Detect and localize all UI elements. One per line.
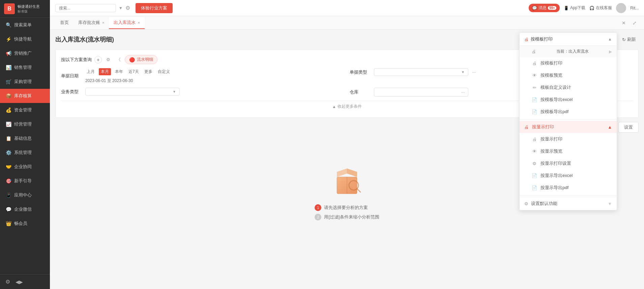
warehouse-more-btn[interactable]: ··· (461, 90, 465, 95)
sidebar-item-operations[interactable]: 📈 经营管理 (0, 117, 50, 131)
print-panel-up-arrow[interactable]: ▲ (608, 37, 612, 42)
print-panel-template-export-pdf[interactable]: 📄 按模板导出pdf (520, 106, 617, 118)
print-panel-display-export-excel[interactable]: 📄 按显示导出excel (520, 169, 617, 182)
filter-settings-btn[interactable]: ⚙ (105, 56, 112, 63)
filter-active-tag: 🔴 流水明细 (125, 55, 157, 64)
sidebar-item-search[interactable]: 🔍 搜索菜单 (0, 18, 50, 32)
sidebar: B 畅捷通好生意 标准版 🔍 搜索菜单 ⚡ 快捷导航 📢 营销推广 📊 销售管理 (0, 0, 50, 289)
current-item-icon: 🖨 (532, 49, 536, 54)
refresh-btn[interactable]: ↻ 刷新 (619, 35, 639, 44)
sidebar-item-inventory[interactable]: 📦 库存核算 (0, 89, 50, 103)
chevron-up-icon: ▲ (332, 104, 336, 109)
filter-add-btn[interactable]: + (94, 56, 102, 63)
tabs-bar: 首页 库存批次账 × 出入库流水 × ✕ ⤢ (50, 16, 644, 30)
print-panel-current-item: 🖨 当前：出入库流水 ▶ (520, 46, 617, 57)
sidebar-item-membership[interactable]: 👑 畅会员 (0, 216, 50, 231)
print-panel-template-custom[interactable]: ✏ 模板自定义设计 (520, 81, 617, 94)
tab-batch-account-close[interactable]: × (102, 21, 104, 25)
print-panel-display-section[interactable]: 🖨 按显示打印 ▲ (520, 121, 617, 133)
gear-icon: ⚙️ (5, 150, 11, 155)
sidebar-item-marketing[interactable]: 📢 营销推广 (0, 46, 50, 60)
business-select-arrow: ▼ (173, 90, 176, 94)
template-pdf-icon: 📄 (532, 109, 537, 114)
filter-date-group: 单据日期 上月 本月 本年 近7天 更多 自定义 2023-06-01 至 20… (61, 68, 344, 84)
sidebar-item-sales[interactable]: 📊 销售管理 (0, 60, 50, 75)
refresh-icon: ↻ (622, 37, 626, 42)
template-excel-icon: 📄 (532, 97, 537, 102)
svg-marker-1 (337, 168, 347, 177)
date-opt-custom[interactable]: 自定义 (156, 68, 171, 75)
tab-maximize-window[interactable]: ⤢ (631, 19, 639, 27)
headset-icon: 🎧 (589, 6, 594, 10)
tab-close-window[interactable]: ✕ (620, 19, 628, 27)
sidebar-item-system[interactable]: ⚙️ 系统管理 (0, 146, 50, 160)
search-input[interactable] (55, 4, 116, 12)
display-section-label: 按显示打印 ▲ (532, 124, 612, 130)
print-panel-title: 🖨 按模板打印 (524, 36, 553, 42)
handshake-icon: 🤝 (5, 164, 11, 169)
display-print-settings-icon: ⚙ (532, 161, 537, 166)
filter-warehouse-select[interactable]: ··· (374, 88, 468, 97)
user-avatar[interactable] (616, 3, 626, 13)
trending-icon: 📈 (5, 122, 11, 127)
target-icon: 🎯 (5, 178, 11, 184)
chart-icon: 📊 (5, 65, 11, 70)
page-title: 出入库流水(流水明细) (55, 35, 114, 44)
download-icon: 📱 (564, 6, 569, 10)
date-opt-this-month[interactable]: 本月 (99, 68, 111, 75)
template-custom-icon: ✏ (532, 85, 537, 90)
date-opt-more[interactable]: 更多 (143, 68, 154, 75)
display-pdf-icon: 📄 (532, 185, 537, 190)
message-btn[interactable]: 💬 消息 99+ (529, 4, 560, 12)
default-settings-arrow: ▼ (608, 201, 612, 206)
date-opt-last-month[interactable]: 上月 (85, 68, 96, 75)
sidebar-item-wechat[interactable]: 💬 企业微信 (0, 202, 50, 216)
print-panel-default-settings[interactable]: ⚙ 设置默认功能 ▼ (520, 197, 617, 210)
sidebar-item-guide[interactable]: 🎯 新手引导 (0, 174, 50, 188)
settings-btn[interactable]: 设置 (618, 122, 639, 133)
display-preview-icon: 👁 (532, 149, 537, 154)
current-item-arrow: ▶ (609, 49, 612, 54)
filter-tag-icon: 🔴 (129, 57, 135, 62)
box-icon: 📦 (5, 93, 11, 99)
print-panel-display-print[interactable]: 🖨 按显示打印 (520, 133, 617, 145)
tab-inventory-flow-close[interactable]: × (138, 21, 140, 25)
sidebar-logo-text: 畅捷通好生意 标准版 (18, 4, 40, 14)
settings-icon[interactable]: ⚙ (125, 5, 130, 11)
tab-inventory-flow[interactable]: 出入库流水 × (109, 17, 144, 29)
date-opt-this-year[interactable]: 本年 (114, 68, 124, 75)
print-panel-header: 🖨 按模板打印 ▲ (520, 33, 617, 46)
sidebar-settings-icon[interactable]: ⚙ (5, 279, 10, 285)
print-panel-display-print-settings[interactable]: ⚙ 按显示打印设置 (520, 157, 617, 169)
sidebar-item-basic[interactable]: 📋 基础信息 (0, 131, 50, 146)
voucher-more-btn[interactable]: ··· (472, 70, 476, 75)
sidebar-item-finance[interactable]: 💰 资金管理 (0, 103, 50, 117)
industry-btn[interactable]: 体验行业方案 (136, 3, 173, 13)
online-service-btn[interactable]: 🎧 在线客服 (589, 5, 612, 11)
empty-step-2: 2 用[过滤]条件来缩小分析范围 (315, 214, 379, 220)
username-text: Rit... (630, 6, 639, 10)
tabs-right: ✕ ⤢ (620, 19, 639, 27)
print-panel-template-preview[interactable]: 👁 按模板预览 (520, 69, 617, 81)
sidebar-item-app-center[interactable]: 📱 应用中心 (0, 188, 50, 202)
print-panel-template-export-excel[interactable]: 📄 按模板导出excel (520, 94, 617, 106)
filter-date-options: 上月 本月 本年 近7天 更多 自定义 2023-06-01 至 2023-06… (85, 68, 171, 84)
filter-business-select[interactable]: ▼ (85, 88, 180, 96)
sidebar-item-quick-nav[interactable]: ⚡ 快捷导航 (0, 32, 50, 46)
filter-expand-btn[interactable]: 《 (115, 56, 122, 63)
date-opt-7days[interactable]: 近7天 (127, 68, 140, 75)
filter-voucher-select[interactable]: ▼ (374, 68, 468, 76)
tab-home[interactable]: 首页 (55, 17, 74, 29)
print-panel-display-preview[interactable]: 👁 按显示预览 (520, 145, 617, 157)
tab-batch-account[interactable]: 库存批次账 × (74, 17, 109, 29)
display-section-arrow-up: ▲ (608, 125, 612, 130)
money-icon: 💰 (5, 107, 11, 113)
sidebar-item-enterprise[interactable]: 🤝 企业协同 (0, 160, 50, 174)
template-preview-icon: 👁 (532, 73, 537, 78)
top-bar: ▼ ⚙ 体验行业方案 💬 消息 99+ 📱 App下载 🎧 在线客服 (50, 0, 644, 16)
print-panel-display-export-pdf[interactable]: 📄 按显示导出pdf (520, 182, 617, 194)
app-download-btn[interactable]: 📱 App下载 (564, 5, 585, 11)
print-panel-template-print[interactable]: 🖨 按模板打印 (520, 57, 617, 69)
sidebar-toggle-icon[interactable]: ◀▶ (16, 279, 23, 285)
sidebar-item-purchase[interactable]: 🛒 采购管理 (0, 75, 50, 89)
